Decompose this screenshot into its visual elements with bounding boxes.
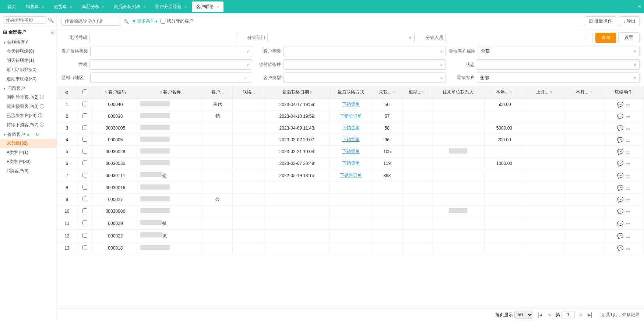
tab-product-analysis[interactable]: 商品分析 × [77,1,109,12]
tab-purchase[interactable]: 进货单 × [49,1,77,12]
row-checkbox[interactable] [82,149,87,154]
next-page-button[interactable]: ＞ [576,311,585,319]
grid-action-icon[interactable]: ⚏ [626,149,630,155]
cell-check[interactable] [77,99,93,110]
cell-last-method[interactable] [330,217,372,230]
grid-action-icon[interactable]: ⚏ [626,102,630,107]
filter-search-icon[interactable]: 🔍 [123,19,129,24]
cell-name[interactable] [138,242,203,254]
message-icon[interactable]: 💬 [617,185,623,191]
manager-select[interactable]: ··· [446,33,592,43]
th-year-amt[interactable]: 本年... ⇅ [484,86,524,99]
row-checkbox[interactable] [82,197,87,201]
cell-last-method[interactable] [330,230,372,242]
th-last-method[interactable]: 最后联络方式 [330,86,372,99]
grid-action-icon[interactable]: ⚏ [626,185,630,191]
collapse-sidebar-icon[interactable]: « [51,30,54,35]
sidebar-item-class-a[interactable]: A类客户(1) [0,148,57,157]
cell-name[interactable]: 边 [138,169,203,182]
customer-level-select[interactable]: ∨ [283,46,446,56]
dept-select[interactable]: ∨ [267,33,414,43]
sidebar-all-customers[interactable]: ⊞ 全部客户 « [0,27,57,38]
cell-name[interactable] [138,99,203,110]
th-type[interactable]: 客户... [203,86,232,99]
sidebar-item-class-c[interactable]: C类客户(6) [0,166,57,176]
grid-action-icon[interactable]: ⚏ [626,173,630,179]
query-button[interactable]: 查询 [595,33,616,43]
cell-check[interactable] [77,122,93,134]
tab-sales-close[interactable]: × [42,5,44,9]
message-icon[interactable]: 💬 [617,102,623,107]
sidebar-group-problem-header[interactable]: ▼ 问题客户 [0,84,57,93]
cell-last-method[interactable]: 下销售订单 [330,169,372,182]
sidebar-item-churn-warning[interactable]: 流失预警客户(3) ⓘ [0,102,57,111]
grid-action-icon[interactable]: ⚏ [626,160,630,166]
tab-customer-segment[interactable]: 客户分层经营 × [151,1,191,12]
grid-action-icon[interactable]: ⚏ [626,125,630,131]
sidebar-group-pending-header[interactable]: ▼ 待联络客户 [0,38,57,47]
cell-last-method[interactable]: 下销货单 [330,99,372,110]
tab-purchase-close[interactable]: × [70,5,72,9]
tab-customer-segment-close[interactable]: × [184,5,187,9]
cell-name[interactable] [138,122,203,134]
cell-check[interactable] [77,134,93,146]
sidebar-search-input[interactable] [3,16,46,24]
select-all-checkbox[interactable] [82,89,87,94]
cell-name[interactable]: 流 [138,230,203,242]
tab-customer-contact[interactable]: 客户联络 × [192,1,224,12]
cell-last-method[interactable]: 下销货单 [330,158,372,169]
payment-terms-select[interactable]: ∨ [283,59,446,70]
first-page-button[interactable]: |◂ [536,311,544,318]
th-checkbox[interactable] [77,86,93,99]
grid-action-icon[interactable]: ⚏ [626,197,630,202]
cell-check[interactable] [77,205,93,217]
cell-name[interactable] [138,134,203,146]
my-customers-check[interactable] [161,19,165,24]
sidebar-item-class-b[interactable]: B类客户(33) [0,157,57,166]
scatter-attr-select[interactable]: 全部∨ [478,46,640,56]
cell-last-method[interactable]: 下销货单 [330,146,372,158]
tab-sales[interactable]: 销售单 × [21,1,49,12]
row-checkbox[interactable] [82,245,87,250]
cell-check[interactable] [77,194,93,205]
message-icon[interactable]: 💬 [617,197,623,202]
th-name[interactable]: ⇅ 客户名称 [138,86,203,99]
sidebar-item-churned[interactable]: 已流失客户(24) ⓘ [0,111,57,120]
cell-check[interactable] [77,242,93,254]
th-contact[interactable]: 联络... [233,86,265,99]
row-checkbox[interactable] [82,160,87,165]
grid-action-icon[interactable]: ⚏ [626,221,630,226]
cell-check[interactable] [77,182,93,194]
cell-name[interactable] [138,158,203,169]
cell-last-method[interactable]: 下销售订单 [330,110,372,122]
cell-check[interactable] [77,158,93,169]
th-contact-person[interactable]: 往来单位联系人 [432,86,484,99]
row-checkbox[interactable] [82,113,87,118]
prev-page-button[interactable]: ＜ [545,311,554,319]
message-icon[interactable]: 💬 [617,125,623,131]
last-page-button[interactable]: ▸| [587,311,594,318]
th-code[interactable]: ⇅ 客户编码 [93,86,138,99]
message-icon[interactable]: 💬 [617,160,623,166]
message-icon[interactable]: 💬 [617,149,623,155]
row-checkbox[interactable] [82,221,87,225]
tab-customer-contact-close[interactable]: × [217,5,219,9]
cell-last-method[interactable] [330,242,372,254]
page-number-input[interactable] [562,311,575,318]
cell-last-method[interactable]: 下销货单 [330,122,372,134]
cell-check[interactable] [77,146,93,158]
tab-product-analysis-list[interactable]: 商品分析列表 × [110,1,150,12]
page-size-select[interactable]: 50 100 200 [514,311,533,319]
cell-check[interactable] [77,110,93,122]
nature-select[interactable]: ∨ [89,59,252,70]
scatter-customer-select[interactable]: 全部∨ [477,73,640,83]
tab-product-analysis-close[interactable]: × [102,5,105,9]
row-checkbox[interactable] [82,233,87,238]
price-level-select[interactable]: ∨ [90,46,252,56]
customer-type-select[interactable]: ∨ [283,73,446,83]
row-checkbox[interactable] [82,185,87,190]
cell-name[interactable] [138,146,203,158]
sidebar-item-declining[interactable]: 持续下滑客户(2) ⓘ [0,120,57,130]
grid-action-icon[interactable]: ⚏ [626,233,630,239]
message-icon[interactable]: 💬 [617,137,623,143]
